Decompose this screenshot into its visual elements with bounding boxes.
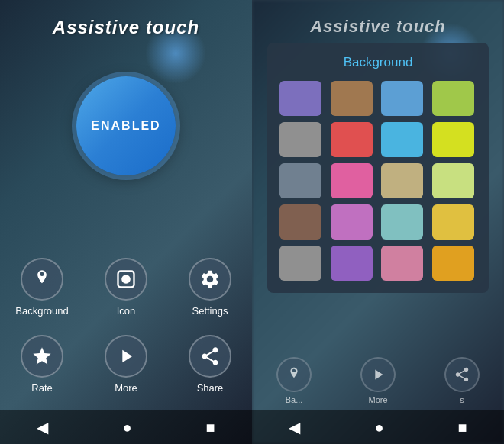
background-icon [31,269,53,290]
right-more-icon [370,366,386,383]
background-label: Background [15,305,68,317]
right-bottom: Ba... More s [252,351,504,444]
color-swatch-7[interactable] [432,122,474,157]
icon-icon [115,269,137,290]
color-picker-panel: Background [267,43,489,293]
right-more-icon-circle [360,357,396,392]
more-icon [115,346,137,367]
rate-icon-circle [21,335,63,378]
right-background-icon-circle [276,357,312,392]
color-swatch-13[interactable] [331,204,373,240]
color-swatch-10[interactable] [381,163,423,198]
color-swatch-2[interactable] [381,81,423,116]
right-share-label: s [460,395,464,404]
menu-item-settings[interactable]: Settings [168,249,252,326]
color-swatch-11[interactable] [432,163,474,198]
menu-item-background[interactable]: Background [0,249,84,326]
right-recent-button[interactable]: ■ [457,419,467,436]
right-menu-item-share[interactable]: s [444,357,480,404]
color-swatch-16[interactable] [279,246,321,281]
enabled-button[interactable]: ENABLED [76,76,176,175]
svg-point-1 [121,275,131,284]
right-background-label: Ba... [286,395,303,404]
color-swatch-4[interactable] [279,122,321,157]
back-button[interactable]: ◀ [37,418,48,436]
icon-label: Icon [117,305,136,317]
enabled-label: ENABLED [91,119,160,133]
settings-icon [199,269,221,290]
color-swatch-1[interactable] [331,81,373,116]
share-label: Share [197,382,224,394]
color-swatch-12[interactable] [279,204,321,240]
left-menu-grid: Background Icon Setti [0,241,252,410]
left-app-title: Assistive touch [53,17,199,38]
color-swatch-18[interactable] [381,246,423,281]
icon-icon-circle [105,258,147,301]
right-background-icon [286,366,302,383]
color-swatch-17[interactable] [331,246,373,281]
menu-item-icon[interactable]: Icon [84,249,168,326]
background-icon-circle [21,258,63,301]
right-panel: Assistive touch Background Ba... [252,0,504,444]
settings-icon-circle [189,258,231,301]
color-swatch-8[interactable] [279,163,321,198]
color-swatch-9[interactable] [331,163,373,198]
color-picker-title: Background [279,55,477,70]
more-label: More [115,382,137,394]
right-menu-item-more[interactable]: More [360,357,396,404]
color-swatch-15[interactable] [432,204,474,240]
right-app-title: Assistive touch [310,17,446,37]
right-home-button[interactable]: ● [374,419,383,436]
settings-label: Settings [192,305,228,317]
left-panel: Assistive touch ENABLED Background [0,0,252,444]
right-share-icon-circle [444,357,480,392]
rate-label: Rate [31,382,52,394]
share-icon-circle [189,335,231,378]
right-more-label: More [368,395,387,404]
color-swatch-5[interactable] [331,122,373,157]
rate-icon [31,346,53,367]
color-swatch-0[interactable] [279,81,321,116]
share-icon [199,346,221,367]
color-swatch-6[interactable] [381,122,423,157]
color-swatch-14[interactable] [381,204,423,240]
color-swatch-3[interactable] [432,81,474,116]
right-nav-bar: ◀ ● ■ [252,410,504,444]
home-button[interactable]: ● [122,419,131,436]
menu-item-share[interactable]: Share [168,326,252,403]
right-menu-row: Ba... More s [252,351,504,410]
recent-button[interactable]: ■ [205,419,215,436]
right-menu-item-background[interactable]: Ba... [276,357,312,404]
menu-item-more[interactable]: More [84,326,168,403]
left-nav-bar: ◀ ● ■ [0,410,252,444]
right-share-icon [454,366,470,383]
color-swatch-19[interactable] [432,246,474,281]
right-back-button[interactable]: ◀ [289,418,300,436]
color-grid [279,81,477,281]
menu-item-rate[interactable]: Rate [0,326,84,403]
more-icon-circle [105,335,147,378]
